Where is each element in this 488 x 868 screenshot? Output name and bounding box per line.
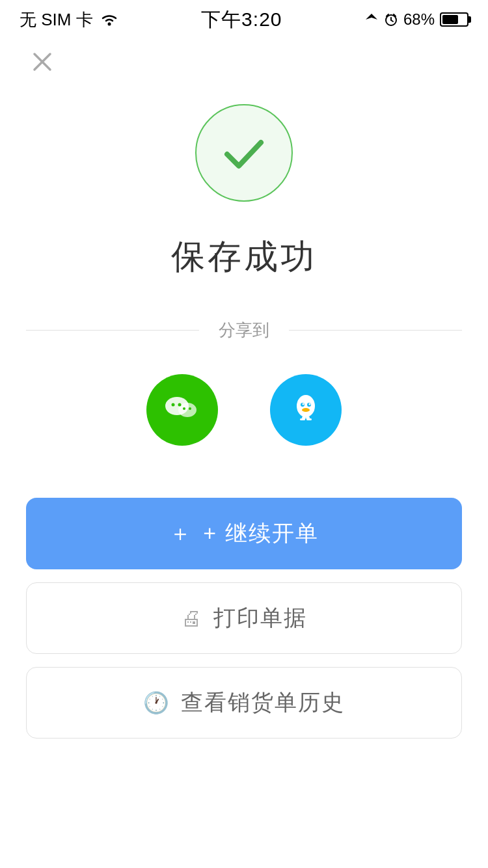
svg-point-11	[178, 403, 182, 407]
location-icon	[364, 12, 379, 27]
status-left: 无 SIM 卡	[20, 8, 119, 31]
svg-line-3	[391, 20, 393, 21]
status-time: 下午3:20	[201, 7, 282, 33]
history-label: 查看销货单历史	[181, 688, 345, 718]
print-label: 打印单据	[213, 603, 307, 633]
print-button[interactable]: 🖨 打印单据	[26, 582, 462, 654]
status-bar: 无 SIM 卡 下午3:20 68%	[0, 0, 488, 39]
continue-label: + 继续开单	[203, 519, 318, 549]
wechat-icon	[160, 388, 204, 432]
svg-point-10	[172, 403, 175, 407]
svg-point-21	[302, 408, 310, 412]
continue-button[interactable]: ＋ + 继续开单	[26, 498, 462, 569]
divider-left	[26, 330, 199, 331]
status-right: 68%	[364, 10, 468, 29]
wechat-share-button[interactable]	[146, 374, 218, 446]
svg-point-12	[183, 407, 185, 410]
share-icons-container	[146, 374, 342, 446]
printer-icon: 🖨	[181, 606, 203, 631]
svg-point-20	[309, 403, 311, 405]
svg-point-13	[189, 407, 191, 410]
success-title: 保存成功	[171, 234, 317, 280]
clock-icon: 🕐	[143, 690, 170, 715]
svg-rect-25	[306, 418, 312, 420]
close-icon	[31, 50, 54, 74]
sim-label: 无 SIM 卡	[20, 8, 93, 31]
qq-icon	[284, 388, 328, 432]
action-buttons: ＋ + 继续开单 🖨 打印单据 🕐 查看销货单历史	[0, 498, 488, 739]
success-indicator	[195, 104, 293, 202]
share-section: 分享到	[0, 319, 488, 342]
alarm-icon	[384, 12, 398, 27]
wifi-icon	[100, 12, 119, 27]
battery-indicator	[440, 12, 468, 27]
checkmark-icon	[218, 127, 270, 179]
svg-rect-24	[300, 418, 305, 420]
qq-share-button[interactable]	[270, 374, 342, 446]
divider-right	[289, 330, 462, 331]
share-label: 分享到	[199, 319, 289, 342]
close-button[interactable]	[26, 46, 59, 78]
history-button[interactable]: 🕐 查看销货单历史	[26, 667, 462, 739]
svg-point-0	[107, 23, 111, 26]
svg-point-19	[303, 403, 305, 405]
plus-icon: ＋	[169, 519, 193, 549]
battery-label: 68%	[403, 10, 435, 29]
main-content: 保存成功 分享到	[0, 39, 488, 739]
